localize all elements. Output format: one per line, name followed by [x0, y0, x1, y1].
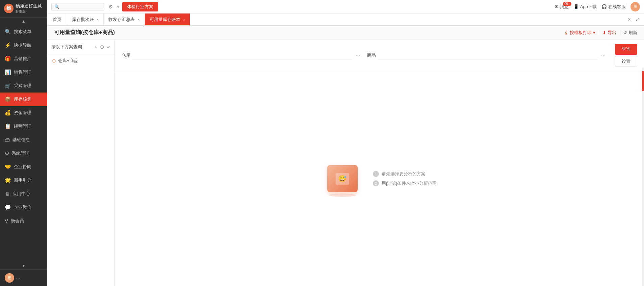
right-scrollbar[interactable] [642, 68, 644, 286]
tab-available-ledger[interactable]: 可用量库存账本 × [145, 14, 190, 25]
query-area: 仓库 ··· 商品 ··· 查询 设置 😅 [115, 40, 644, 286]
sidebar-item-inventory-label: 库存核算 [14, 96, 31, 102]
settings-gear-icon[interactable]: ⚙ [107, 2, 114, 11]
scheme-panel-header: 按以下方案查询 + ⊙ « [47, 40, 114, 54]
sidebar-item-search[interactable]: 🔍 搜索菜单 [0, 25, 47, 38]
sidebar-item-inventory[interactable]: 📦 库存核算 [0, 93, 47, 106]
warehouse-label: 仓库 [122, 52, 130, 58]
scheme-collapse-icon[interactable]: « [106, 43, 110, 51]
scheme-header-label: 按以下方案查询 [51, 44, 82, 50]
sidebar-item-enterprise-label: 企业协同 [14, 164, 31, 170]
scheme-item-warehouse-product[interactable]: ⊙ 仓库+商品 [47, 54, 114, 67]
sidebar-item-wechat[interactable]: 💬 企业微信 [0, 201, 47, 214]
export-icon: ⬇ [602, 30, 606, 35]
refresh-button[interactable]: ↺ 刷新 [623, 30, 637, 36]
print-icon: 🖨 [564, 30, 568, 35]
divider [599, 30, 599, 35]
tab-available-ledger-close[interactable]: × [183, 18, 185, 22]
sidebar-item-system[interactable]: ⚙ 系统管理 [0, 147, 47, 160]
sidebar-item-system-label: 系统管理 [12, 150, 29, 156]
sidebar-item-finance[interactable]: 💰 资金管理 [0, 106, 47, 120]
tab-batch-account-close[interactable]: × [97, 18, 99, 22]
main-content: 🔍 ⚙ ▾ 体验行业方案 ✉ 消息 99+ 📱 App下载 🎧 在线客服 用 [47, 0, 644, 286]
export-button[interactable]: ⬇ 导出 [602, 30, 616, 36]
sidebar-item-basic[interactable]: 🗃 基础信息 [0, 133, 47, 147]
sidebar-scroll-up[interactable]: ▲ [0, 18, 47, 25]
tip-text-2: 用[过滤]条件来缩小分析范围 [382, 180, 437, 186]
empty-box-face: 😅 [336, 173, 349, 185]
app-name: 畅康通好生意 [16, 3, 42, 9]
sidebar-item-purchase-label: 采购管理 [14, 83, 31, 89]
topbar-search-box[interactable]: 🔍 [51, 3, 104, 10]
sidebar-item-newbie-label: 新手引导 [14, 177, 31, 183]
topbar-user-avatar[interactable]: 用 [630, 2, 640, 11]
system-icon: ⚙ [5, 150, 9, 156]
tab-batch-account-label: 库存批次账 [72, 17, 94, 23]
sidebar-scroll-down[interactable]: ▼ [0, 262, 47, 269]
purchase-icon: 🛒 [5, 83, 11, 89]
search-input[interactable] [61, 4, 101, 9]
settings-button[interactable]: 设置 [615, 56, 637, 67]
tabs-right-actions: × ⤢ [626, 16, 644, 23]
app-version: 标准版 [16, 9, 42, 14]
query-button[interactable]: 查询 [615, 44, 637, 55]
sidebar-item-operations[interactable]: 📋 经营管理 [0, 120, 47, 133]
sidebar-item-shortcut[interactable]: ⚡ 快捷导航 [0, 38, 47, 52]
sidebar-bottom-user[interactable]: 用 ··· [0, 269, 47, 286]
tab-home[interactable]: 首页 [47, 14, 67, 25]
scheme-settings-icon[interactable]: ⊙ [99, 43, 105, 51]
product-filter-group: 商品 ··· [367, 51, 607, 59]
product-more-icon[interactable]: ··· [600, 52, 607, 58]
sidebar-item-sales[interactable]: 📊 销售管理 [0, 66, 47, 79]
sidebar-item-newbie[interactable]: 🌟 新手引导 [0, 174, 47, 187]
print-label: 按模板打印 [570, 30, 592, 36]
tab-batch-account[interactable]: 库存批次账 × [67, 14, 104, 25]
tab-expand-button[interactable]: ⤢ [634, 16, 641, 23]
logo-icon: 畅 [4, 4, 14, 13]
page-title: 可用量查询(按仓库+商品) [54, 29, 115, 36]
sidebar-item-sales-label: 销售管理 [14, 69, 31, 75]
sidebar-item-shortcut-label: 快捷导航 [14, 42, 31, 48]
tab-receive-summary-label: 收发存汇总表 [108, 17, 135, 23]
refresh-label: 刷新 [628, 30, 637, 36]
sidebar-item-wechat-label: 企业微信 [14, 204, 31, 210]
online-service-button[interactable]: 🎧 在线客服 [601, 4, 626, 10]
sidebar-item-purchase[interactable]: 🛒 采购管理 [0, 79, 47, 93]
inventory-icon: 📦 [5, 96, 11, 102]
headset-icon: 🎧 [601, 4, 607, 9]
scheme-item-icon: ⊙ [52, 58, 56, 63]
product-input[interactable] [378, 51, 598, 59]
divider2 [620, 30, 620, 35]
messages-button[interactable]: ✉ 消息 99+ [555, 4, 569, 10]
shortcut-icon: ⚡ [5, 42, 11, 48]
sidebar-item-app-center[interactable]: 🖥 应用中心 [0, 187, 47, 201]
warehouse-input[interactable] [132, 51, 352, 59]
member-icon: V [5, 218, 8, 224]
sidebar-nav: 🔍 搜索菜单 ⚡ 快捷导航 🎁 营销推广 📊 销售管理 🛒 采购管理 📦 库存核… [0, 25, 47, 262]
content-area: 按以下方案查询 + ⊙ « ⊙ 仓库+商品 仓库 ··· [47, 40, 644, 286]
app-download-button[interactable]: 📱 App下载 [573, 4, 597, 10]
tab-home-label: 首页 [53, 17, 61, 23]
tab-receive-summary[interactable]: 收发存汇总表 × [104, 14, 145, 25]
online-service-label: 在线客服 [608, 4, 626, 10]
scheme-add-icon[interactable]: + [94, 43, 98, 51]
tab-receive-summary-close[interactable]: × [137, 18, 139, 22]
empty-box-graphic: 😅 [327, 165, 358, 192]
sidebar-item-member[interactable]: V 畅会员 [0, 214, 47, 228]
tab-close-button[interactable]: × [626, 16, 632, 23]
chevron-down-icon[interactable]: ▾ [117, 3, 120, 10]
app-center-icon: 🖥 [5, 191, 10, 197]
newbie-icon: 🌟 [5, 177, 11, 183]
empty-tip-2: 2 用[过滤]条件来缩小分析范围 [373, 180, 437, 186]
sidebar-item-enterprise[interactable]: 🤝 企业协同 [0, 160, 47, 174]
industry-solution-button[interactable]: 体验行业方案 [122, 2, 158, 11]
sidebar: 畅 畅康通好生意 标准版 ▲ 🔍 搜索菜单 ⚡ 快捷导航 🎁 营销推广 📊 销售… [0, 0, 47, 286]
warehouse-more-icon[interactable]: ··· [354, 52, 361, 58]
tip-text-1: 请先选择要分析的方案 [382, 171, 426, 177]
sidebar-item-operations-label: 经营管理 [14, 123, 31, 129]
phone-icon: 📱 [573, 4, 579, 9]
tip-num-1: 1 [373, 171, 379, 177]
print-button[interactable]: 🖨 按模板打印 ▾ [564, 30, 595, 36]
sidebar-item-marketing[interactable]: 🎁 营销推广 [0, 52, 47, 66]
product-label: 商品 [367, 52, 376, 58]
